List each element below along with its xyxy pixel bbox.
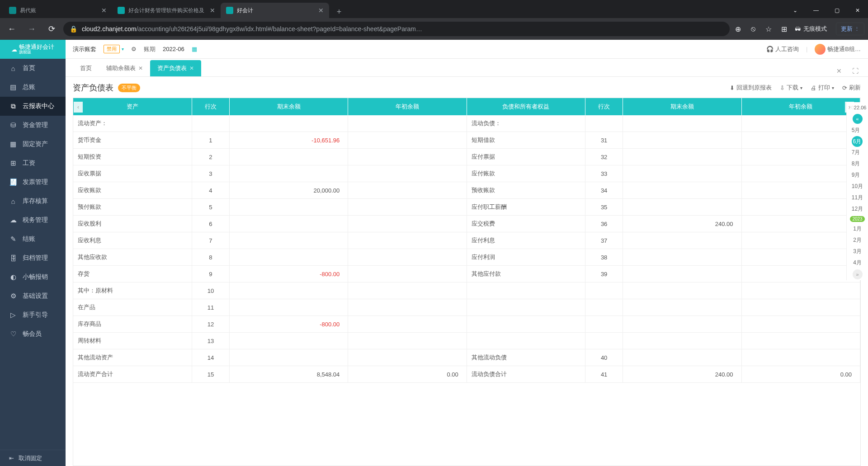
sidebar-item[interactable]: ☁税务管理 xyxy=(0,211,66,230)
sidebar-item[interactable]: ⌂库存核算 xyxy=(0,192,66,211)
sidebar-item[interactable]: ⊞工资 xyxy=(0,154,66,173)
sidebar-item[interactable]: ▤总账 xyxy=(0,78,66,97)
sidebar-item[interactable]: 🧾发票管理 xyxy=(0,173,66,192)
table-row[interactable]: 应收账款420,000.00预收账款34 xyxy=(73,182,860,199)
reload-button[interactable]: ⟳ xyxy=(43,21,60,37)
nav-label: 云报表中心 xyxy=(23,102,54,110)
table-row[interactable]: 存货9-800.00其他应付款39 xyxy=(73,266,860,282)
cell-end xyxy=(229,349,348,366)
table-row[interactable]: 货币资金1-10,651.96短期借款31 xyxy=(73,132,860,149)
month-item[interactable]: 2月 xyxy=(853,235,862,246)
support-link[interactable]: 🎧 人工咨询 xyxy=(766,45,799,53)
window-close[interactable]: ✕ xyxy=(847,3,868,18)
table-row[interactable]: 在产品11 xyxy=(73,299,860,316)
month-item[interactable]: 9月 xyxy=(852,169,863,181)
unpin-button[interactable]: ⇤ 取消固定 xyxy=(0,450,66,466)
sidebar-item[interactable]: ♡畅会员 xyxy=(0,325,66,344)
cell-row: 9 xyxy=(192,266,229,282)
print-button[interactable]: 🖨打印▾ xyxy=(811,84,834,92)
page-title: 资产负债表 xyxy=(73,82,113,93)
scroll-down-button[interactable]: » xyxy=(853,269,863,279)
close-icon[interactable]: ✕ xyxy=(101,7,107,14)
forward-button[interactable]: → xyxy=(24,21,40,37)
close-icon[interactable]: ✕ xyxy=(318,7,324,14)
month-item[interactable]: 8月 xyxy=(852,158,863,169)
chevron-down-icon[interactable]: ▾ xyxy=(122,47,124,52)
table-row[interactable]: 短期投资2应付票据32 xyxy=(73,149,860,165)
calendar-icon[interactable]: ▦ xyxy=(192,46,197,52)
disabled-tag[interactable]: 禁用 xyxy=(104,45,120,53)
tab-balance-sheet[interactable]: 资产负债表✕ xyxy=(150,60,201,76)
table-row[interactable]: 流动资产：流动负债： xyxy=(73,115,860,132)
table-row[interactable]: 应收票据3应付账款33 xyxy=(73,165,860,182)
logo[interactable]: ☁ 畅捷通好会计 旗舰版 xyxy=(0,40,66,59)
eye-off-icon[interactable]: ⦸ xyxy=(749,25,758,33)
sidebar-item[interactable]: ⛁资金管理 xyxy=(0,116,66,135)
month-item[interactable]: 12月 xyxy=(852,203,863,215)
new-tab-button[interactable]: + xyxy=(333,5,345,18)
refresh-button[interactable]: ⟳刷新 xyxy=(842,84,861,92)
fullscreen-icon[interactable]: ⛶ xyxy=(850,66,861,76)
sidebar-item[interactable]: 🗄归档管理 xyxy=(0,249,66,268)
period-value[interactable]: 2022-06 xyxy=(163,46,184,52)
puzzle-icon[interactable]: ⊞ xyxy=(779,25,788,33)
user-menu[interactable]: 畅捷通B组… xyxy=(815,44,861,55)
cell-begin xyxy=(348,149,467,165)
sidebar-item[interactable]: ◐小畅报销 xyxy=(0,268,66,287)
table-row[interactable]: 流动资产合计158,548.040.00流动负债合计41240.000.00 xyxy=(73,366,860,383)
table-row[interactable]: 其他应收款8应付利润38 xyxy=(73,249,860,266)
revert-button[interactable]: ⬇回退到原报表 xyxy=(730,84,772,92)
scroll-up-button[interactable]: « xyxy=(853,114,863,124)
browser-tab[interactable]: 好会计财务管理软件购买价格及 ✕ xyxy=(112,3,221,18)
col-end-balance2: 期末余额 xyxy=(623,98,741,115)
browser-tab-active[interactable]: 好会计 ✕ xyxy=(221,3,329,18)
month-item[interactable]: 10月 xyxy=(852,181,863,192)
star-icon[interactable]: ☆ xyxy=(764,25,773,33)
gear-icon[interactable]: ⚙ xyxy=(131,46,137,52)
back-button[interactable]: ← xyxy=(4,21,20,37)
tab-aux-balance[interactable]: 辅助余额表✕ xyxy=(99,60,150,76)
table-row[interactable]: 其中：原材料10 xyxy=(73,282,860,299)
close-icon[interactable]: ✕ xyxy=(189,65,194,71)
table-row[interactable]: 其他流动资产14其他流动负债40 xyxy=(73,349,860,366)
month-item[interactable]: 5月 xyxy=(852,125,863,136)
cell-asset: 其他应收款 xyxy=(73,249,192,266)
tab-home[interactable]: 首页 xyxy=(73,60,99,76)
sidebar-item[interactable]: ⌂首页 xyxy=(0,59,66,78)
table-row[interactable]: 预付账款5应付职工薪酬35 xyxy=(73,199,860,216)
cell-begin xyxy=(348,282,467,299)
table-row[interactable]: 应收利息7应付利息37 xyxy=(73,232,860,249)
sidebar-item[interactable]: ▦固定资产 xyxy=(0,135,66,154)
update-button[interactable]: 更新 ⋮ xyxy=(836,23,864,35)
table-row[interactable]: 库存商品12-800.00 xyxy=(73,316,860,333)
sidebar-item[interactable]: ✎结账 xyxy=(0,230,66,249)
close-icon[interactable]: ✕ xyxy=(138,65,143,71)
month-item[interactable]: 1月 xyxy=(853,223,862,235)
window-dropdown[interactable]: ⌄ xyxy=(785,3,806,18)
month-item[interactable]: 7月 xyxy=(852,147,863,158)
window-maximize[interactable]: ▢ xyxy=(826,3,847,18)
col-liability: 负债和所有者权益 xyxy=(467,98,585,115)
table-scroll-right[interactable]: › xyxy=(845,102,854,113)
browser-tab[interactable]: 易代账 ✕ xyxy=(4,3,112,18)
table-scroll-left[interactable]: ‹ xyxy=(74,102,83,113)
download-button[interactable]: ⇩下载▾ xyxy=(780,84,802,92)
close-all-icon[interactable]: ✕ xyxy=(834,66,844,76)
sidebar-item[interactable]: ⧉云报表中心 xyxy=(0,97,66,116)
sidebar-item[interactable]: ▷新手引导 xyxy=(0,306,66,325)
zoom-icon[interactable]: ⊕ xyxy=(733,25,742,33)
nav-label: 税务管理 xyxy=(23,216,48,224)
url-input[interactable]: 🔒 cloud2.chanjet.com/accounting/uh26t264… xyxy=(63,22,730,36)
month-item[interactable]: 11月 xyxy=(852,192,863,203)
month-item[interactable]: 4月 xyxy=(853,257,862,268)
cell-end2 xyxy=(623,349,741,366)
month-item[interactable]: 3月 xyxy=(853,246,862,257)
period-label: 账期 xyxy=(144,45,156,53)
sidebar-item[interactable]: ⚙基础设置 xyxy=(0,287,66,306)
table-row[interactable]: 周转材料13 xyxy=(73,333,860,349)
window-minimize[interactable]: — xyxy=(806,3,826,18)
close-icon[interactable]: ✕ xyxy=(210,7,215,14)
month-item[interactable]: 6月 xyxy=(852,136,863,147)
cell-liability: 应付票据 xyxy=(467,149,585,165)
table-row[interactable]: 应收股利6应交税费36240.00 xyxy=(73,216,860,232)
